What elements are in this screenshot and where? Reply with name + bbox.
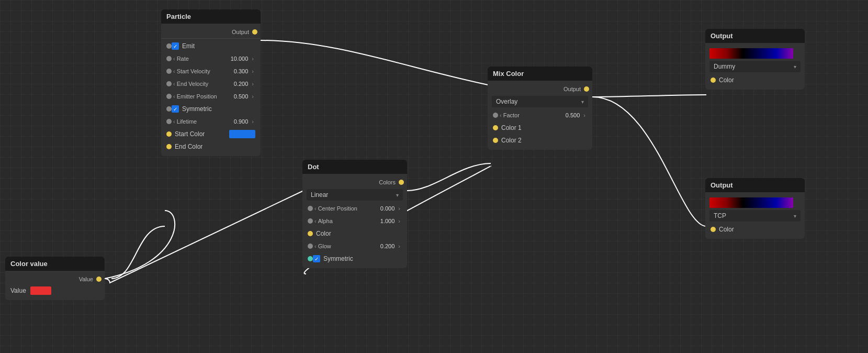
output1-title: Output — [705, 29, 805, 43]
mixcolor-title: Mix Color — [488, 67, 592, 81]
dot-glow-right-arrow[interactable]: › — [397, 243, 402, 249]
colorvalue-value-label: Value — [10, 287, 26, 294]
particle-rate-socket[interactable] — [166, 56, 172, 61]
particle-startvel-right-arrow[interactable]: › — [250, 68, 255, 74]
dot-color-socket[interactable] — [308, 231, 313, 236]
output2-name-dropdown[interactable]: TCP ▾ — [709, 210, 801, 222]
output1-name-arrow: ▾ — [794, 64, 796, 70]
particle-startvel-socket[interactable] — [166, 69, 172, 74]
particle-symmetric-socket[interactable] — [166, 106, 172, 112]
mixcolor-color1-row: Color 1 — [488, 122, 592, 134]
particle-startvel-stepper: ‹ Start Velocity 0.300 › — [172, 68, 255, 74]
mixcolor-output-row: Output — [488, 84, 592, 94]
dot-centerpos-right-arrow[interactable]: › — [397, 205, 402, 212]
colorvalue-value-swatch[interactable] — [30, 286, 51, 295]
dot-colors-socket[interactable] — [399, 180, 404, 185]
particle-symmetric-checkbox[interactable] — [172, 105, 179, 113]
particle-endcolor-socket[interactable] — [166, 144, 172, 149]
dot-symmetric-label: Symmetric — [323, 255, 353, 262]
particle-lifetime-stepper: ‹ Lifetime 0.900 › — [172, 118, 255, 125]
dot-centerpos-stepper: ‹ Center Position 0.000 › — [313, 205, 402, 212]
particle-output-socket[interactable] — [252, 29, 257, 35]
particle-emitterpos-row: ‹ Emitter Position 0.500 › — [161, 90, 261, 103]
dot-glow-label: Glow — [318, 243, 378, 249]
particle-rate-right-arrow[interactable]: › — [250, 56, 255, 62]
dot-alpha-left-arrow[interactable]: ‹ — [313, 218, 318, 224]
colorvalue-title: Color value — [5, 257, 105, 271]
particle-lifetime-value: 0.900 — [234, 118, 249, 125]
mixcolor-output-socket[interactable] — [584, 86, 589, 92]
particle-output-row: Output — [161, 27, 261, 37]
particle-symmetric-label: Symmetric — [182, 105, 212, 113]
particle-startcolor-swatch[interactable] — [229, 130, 255, 138]
mixcolor-output-label: Output — [563, 86, 581, 92]
dot-colors-output-row: Colors — [302, 177, 407, 187]
particle-endvel-right-arrow[interactable]: › — [250, 81, 255, 87]
output2-name-label: TCP — [714, 212, 794, 219]
dot-colors-label: Colors — [379, 179, 396, 185]
mixcolor-factor-left-arrow[interactable]: ‹ — [498, 112, 503, 118]
particle-emitterpos-label: Emitter Position — [177, 93, 232, 100]
particle-endcolor-label: End Color — [175, 143, 202, 150]
mixcolor-color2-socket[interactable] — [493, 138, 498, 143]
dot-centerpos-left-arrow[interactable]: ‹ — [313, 205, 318, 212]
particle-rate-row: ‹ Rate 10.000 › — [161, 52, 261, 65]
dot-title: Dot — [302, 160, 407, 174]
node-mixcolor: Mix Color Output Overlay ▾ ‹ Factor 0.50… — [488, 67, 592, 150]
dot-interpolation-dropdown[interactable]: Linear ▾ — [307, 189, 403, 201]
dot-centerpos-socket[interactable] — [308, 206, 313, 211]
node-output1: Output Dummy ▾ Color — [705, 29, 805, 90]
output1-gradient — [709, 48, 793, 59]
output1-color-socket[interactable] — [711, 78, 716, 83]
dot-alpha-socket[interactable] — [308, 218, 313, 224]
colorvalue-value-label-top: Value — [79, 276, 93, 282]
particle-emitterpos-left-arrow[interactable]: ‹ — [172, 93, 177, 100]
output2-color-socket[interactable] — [711, 227, 716, 232]
colorvalue-value-row: Value — [5, 284, 105, 297]
particle-endvel-left-arrow[interactable]: ‹ — [172, 81, 177, 87]
mixcolor-overlay-label: Overlay — [496, 98, 581, 105]
colorvalue-value-socket[interactable] — [96, 277, 102, 282]
particle-endvel-stepper: ‹ End Velocity 0.200 › — [172, 81, 255, 87]
dot-glow-row: ‹ Glow 0.200 › — [302, 240, 407, 252]
node-dot: Dot Colors Linear ▾ ‹ Center Position 0.… — [302, 160, 407, 268]
mixcolor-factor-value: 0.500 — [566, 112, 580, 118]
particle-emitterpos-right-arrow[interactable]: › — [250, 93, 255, 100]
mixcolor-factor-right-arrow[interactable]: › — [582, 112, 587, 118]
particle-lifetime-socket[interactable] — [166, 119, 172, 124]
particle-rate-value: 10.000 — [231, 56, 249, 62]
output1-name-label: Dummy — [714, 63, 794, 70]
mixcolor-color2-label: Color 2 — [501, 137, 522, 144]
dot-interpolation-label: Linear — [311, 191, 396, 198]
particle-emit-label: Emit — [182, 42, 195, 50]
dot-alpha-row: ‹ Alpha 1.000 › — [302, 215, 407, 227]
output1-color-label: Color — [719, 76, 734, 84]
output2-color-row: Color — [705, 223, 805, 236]
particle-endvel-row: ‹ End Velocity 0.200 › — [161, 78, 261, 90]
dot-glow-left-arrow[interactable]: ‹ — [313, 243, 318, 249]
particle-output-label: Output — [232, 29, 249, 35]
particle-startvel-left-arrow[interactable]: ‹ — [172, 68, 177, 74]
particle-lifetime-left-arrow[interactable]: ‹ — [172, 118, 177, 125]
output2-name-arrow: ▾ — [794, 213, 796, 219]
particle-emit-socket[interactable] — [166, 43, 172, 49]
dot-symmetric-checkbox[interactable] — [313, 255, 320, 262]
particle-emit-checkbox[interactable] — [172, 42, 179, 50]
particle-emitterpos-socket[interactable] — [166, 94, 172, 99]
dot-glow-socket[interactable] — [308, 244, 313, 249]
particle-lifetime-right-arrow[interactable]: › — [250, 118, 255, 125]
particle-endvel-socket[interactable] — [166, 81, 172, 86]
dot-symmetric-row: Symmetric — [302, 252, 407, 265]
particle-lifetime-label: Lifetime — [177, 118, 232, 125]
particle-endcolor-row: End Color — [161, 140, 261, 153]
particle-rate-left-arrow[interactable]: ‹ — [172, 56, 177, 62]
particle-startcolor-socket[interactable] — [166, 131, 172, 137]
output1-name-dropdown[interactable]: Dummy ▾ — [709, 61, 801, 72]
node-particle: Particle Output Emit ‹ Rate 10.000 › — [161, 9, 261, 156]
mixcolor-overlay-dropdown[interactable]: Overlay ▾ — [492, 96, 588, 107]
dot-symmetric-socket[interactable] — [308, 256, 313, 261]
dot-alpha-stepper: ‹ Alpha 1.000 › — [313, 218, 402, 224]
mixcolor-color1-socket[interactable] — [493, 125, 498, 130]
mixcolor-factor-socket[interactable] — [493, 113, 498, 118]
dot-alpha-right-arrow[interactable]: › — [397, 218, 402, 224]
